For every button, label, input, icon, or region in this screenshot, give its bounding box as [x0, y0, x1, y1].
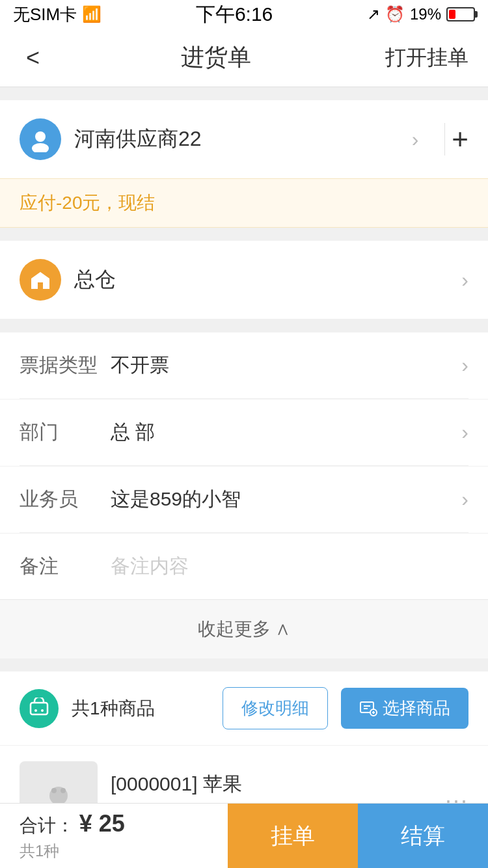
edit-detail-button[interactable]: 修改明细	[223, 687, 328, 729]
form-section: 票据类型 不开票 › 部门 总 部 › 业务员 这是859的小智 › 备注 备注…	[0, 332, 488, 599]
status-bar: 无SIM卡 📶 下午6:16 ↗ ⏰ 19%	[0, 0, 488, 29]
salesman-chevron-icon: ›	[461, 487, 468, 511]
hang-order-button[interactable]: 挂单	[228, 804, 358, 869]
salesman-label: 业务员	[20, 486, 98, 513]
remark-label: 备注	[20, 553, 98, 580]
add-supplier-button[interactable]: +	[452, 123, 468, 156]
invoice-type-value: 不开票	[98, 352, 461, 379]
battery-text: 19%	[410, 5, 441, 23]
select-product-icon	[359, 699, 377, 718]
supplier-avatar	[20, 118, 61, 160]
department-row[interactable]: 部门 总 部 ›	[0, 399, 488, 465]
select-product-button[interactable]: 选择商品	[341, 688, 468, 729]
invoice-chevron-icon: ›	[461, 353, 468, 377]
supplier-section: 河南供应商22 › + 应付-20元，现结	[0, 100, 488, 228]
warehouse-row[interactable]: 总仓 ›	[0, 241, 488, 319]
product-count-text: 共1种商品	[72, 696, 210, 721]
section-gap-2	[0, 228, 488, 241]
section-gap-1	[0, 87, 488, 100]
divider	[444, 123, 445, 156]
battery-icon	[446, 7, 475, 21]
battery-fill	[449, 10, 455, 19]
cart-icon	[28, 698, 50, 720]
product-name: [0000001] 苹果	[111, 771, 432, 798]
supplier-avatar-icon	[27, 126, 53, 152]
footer-total: 合计： ¥ 25 共1种	[0, 810, 228, 861]
salesman-value: 这是859的小智	[98, 486, 461, 513]
total-row: 合计： ¥ 25	[20, 810, 208, 838]
department-chevron-icon: ›	[461, 420, 468, 444]
svg-point-9	[51, 788, 57, 793]
total-label: 合计：	[20, 815, 74, 835]
svg-point-1	[32, 143, 49, 152]
warehouse-icon-bg	[20, 259, 61, 301]
svg-point-0	[35, 131, 46, 142]
notice-text: 应付-20元，现结	[20, 193, 155, 213]
supplier-chevron-icon: ›	[412, 128, 419, 152]
notice-bar: 应付-20元，现结	[0, 178, 488, 228]
alarm-icon: ⏰	[385, 5, 405, 23]
warehouse-section: 总仓 ›	[0, 241, 488, 319]
supplier-row[interactable]: 河南供应商22 › +	[0, 100, 488, 178]
status-bar-left: 无SIM卡 📶	[13, 3, 102, 26]
section-gap-4	[0, 658, 488, 671]
product-header: 共1种商品 修改明细 选择商品	[0, 671, 488, 745]
supplier-name: 河南供应商22	[74, 125, 412, 154]
department-label: 部门	[20, 419, 98, 446]
collapse-bar[interactable]: 收起更多 ∧	[0, 599, 488, 658]
svg-point-10	[61, 788, 66, 793]
settle-button[interactable]: 结算	[358, 804, 488, 869]
section-gap-3	[0, 319, 488, 332]
status-bar-time: 下午6:16	[196, 1, 273, 28]
total-amount: ¥ 25	[79, 810, 125, 837]
carrier-text: 无SIM卡	[13, 3, 77, 26]
total-count: 共1种	[20, 841, 208, 861]
remark-input[interactable]: 备注内容	[98, 553, 468, 580]
invoice-type-row[interactable]: 票据类型 不开票 ›	[0, 332, 488, 398]
status-bar-right: ↗ ⏰ 19%	[367, 5, 475, 23]
back-button[interactable]: <	[20, 38, 46, 78]
department-value: 总 部	[98, 419, 461, 446]
wifi-icon: 📶	[82, 5, 102, 23]
location-icon: ↗	[367, 5, 380, 23]
svg-point-4	[41, 709, 44, 712]
warehouse-icon	[29, 268, 52, 292]
select-product-label: 选择商品	[383, 697, 450, 720]
remark-row[interactable]: 备注 备注内容	[0, 533, 488, 599]
product-count-icon-bg	[20, 689, 59, 728]
salesman-row[interactable]: 业务员 这是859的小智 ›	[0, 466, 488, 532]
footer-bar: 合计： ¥ 25 共1种 挂单 结算	[0, 803, 488, 868]
svg-point-3	[34, 709, 37, 712]
open-pending-button[interactable]: 打开挂单	[385, 44, 468, 72]
warehouse-chevron-icon: ›	[461, 268, 468, 292]
invoice-type-label: 票据类型	[20, 352, 98, 379]
warehouse-name: 总仓	[74, 265, 461, 294]
page-title: 进货单	[181, 42, 251, 74]
collapse-text: 收起更多 ∧	[198, 619, 291, 639]
svg-rect-2	[31, 703, 47, 714]
nav-bar: < 进货单 打开挂单	[0, 29, 488, 87]
